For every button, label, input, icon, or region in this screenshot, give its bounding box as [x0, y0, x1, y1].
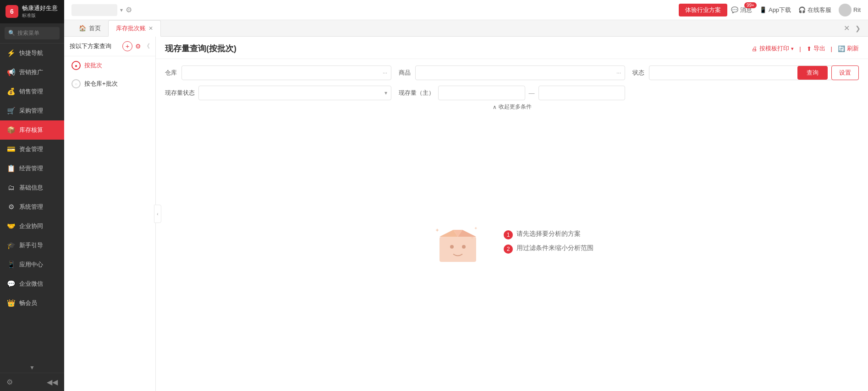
- user-area[interactable]: Rit: [839, 4, 861, 16]
- scheme-batch-label: 按批次: [84, 61, 102, 70]
- sidebar-item-label: 基础信息: [19, 184, 43, 192]
- add-scheme-button[interactable]: +: [122, 41, 132, 51]
- collapse-label: 收起更多条件: [499, 103, 532, 111]
- sidebar-search-input[interactable]: 🔍 搜索菜单: [5, 27, 60, 39]
- stock-qty-from[interactable]: [442, 90, 521, 97]
- sidebar-item-wechat[interactable]: 💬 企业微信: [0, 274, 64, 293]
- goods-label: 商品: [399, 69, 415, 77]
- home-icon: 🏠: [79, 25, 86, 32]
- tab-close-icon[interactable]: ✕: [148, 25, 153, 32]
- app-download-label: App下载: [769, 6, 791, 14]
- tab-expand-icon[interactable]: ❯: [855, 25, 861, 32]
- goods-input[interactable]: [419, 70, 616, 76]
- collapse-panel-icon[interactable]: 《: [144, 42, 150, 50]
- goods-more-icon[interactable]: ···: [616, 70, 621, 76]
- topbar-gear-icon[interactable]: ⚙: [126, 5, 132, 14]
- filter-warehouse: 仓库 ···: [165, 65, 391, 80]
- sidebar-item-label: 新手引导: [19, 241, 43, 250]
- sidebar-item-newbie[interactable]: 🎓 新手引导: [0, 236, 64, 255]
- app-download-item[interactable]: 📱 App下载: [759, 6, 791, 14]
- tab-home-label: 首页: [89, 24, 101, 33]
- sidebar-item-appstore[interactable]: 📱 应用中心: [0, 255, 64, 274]
- refresh-label: 刷新: [847, 44, 859, 53]
- empty-svg: ✦ ✦ ✧: [430, 214, 485, 269]
- sidebar-item-member[interactable]: 👑 畅会员: [0, 293, 64, 313]
- filter-stock-qty: 现存量（主） —: [399, 86, 625, 100]
- sidebar-item-label: 经营管理: [19, 164, 43, 173]
- topbar-right: 💬 消息 99+ 📱 App下载 🎧 在线客服 Rit: [731, 4, 861, 16]
- svg-point-2: [462, 245, 466, 249]
- tip-text-2: 用过滤条件来缩小分析范围: [516, 244, 593, 252]
- query-button[interactable]: 查询: [797, 66, 828, 80]
- app-name: 畅康通好生意: [22, 5, 58, 12]
- filter-row-2: 现存量状态 ▾ 现存量（主） —: [165, 86, 859, 100]
- sidebar-item-basic[interactable]: 🗂 基础信息: [0, 178, 64, 197]
- main-area: ▾ ⚙ 体验行业方案 💬 消息 99+ 📱 App下载 🎧 在线客服 Rit: [64, 0, 868, 391]
- stock-status-select[interactable]: ▾: [198, 86, 391, 100]
- sidebar-item-label: 畅会员: [19, 299, 37, 307]
- action-bar: 查询 设置: [797, 65, 859, 80]
- sidebar-item-label: 企业微信: [19, 280, 43, 288]
- content-wrapper: 按以下方案查询 + ⚙ 《 ● 按批次 ○ 按仓库+批次 ‹: [64, 37, 868, 391]
- stock-qty-from-input[interactable]: [438, 86, 525, 100]
- collapse-more-button[interactable]: ∧ 收起更多条件: [165, 100, 859, 114]
- messages-badge: 99+: [744, 2, 757, 8]
- empty-state: ✦ ✦ ✧ 1 请先选择要分析的方案 2 用过滤条件来缩小分析范围: [156, 120, 868, 391]
- stock-qty-label: 现存量（主）: [399, 89, 434, 97]
- scheme-item-warehouse-batch[interactable]: ○ 按仓库+批次: [64, 75, 155, 93]
- sidebar-footer: ⚙ ◀◀: [0, 373, 64, 391]
- trial-button[interactable]: 体验行业方案: [679, 4, 727, 16]
- sidebar-search-area[interactable]: 🔍 搜索菜单: [0, 23, 64, 43]
- tab-close-all-icon[interactable]: ✕: [844, 24, 850, 33]
- sidebar-item-label: 系统管理: [19, 203, 43, 211]
- settings-icon[interactable]: ⚙: [6, 378, 13, 386]
- messages-item[interactable]: 💬 消息 99+: [731, 6, 752, 14]
- sidebar-item-inventory[interactable]: 📦 库存核算: [0, 120, 64, 140]
- sidebar-item-finance[interactable]: 💳 资金管理: [0, 140, 64, 159]
- scheme-gear-icon[interactable]: ⚙: [135, 41, 141, 51]
- sidebar-scroll-down[interactable]: ▼: [0, 363, 64, 373]
- filter-area: 仓库 ··· 商品 ··· 状态: [156, 59, 868, 120]
- sidebar-item-marketing[interactable]: 📢 营销推广: [0, 63, 64, 82]
- sidebar-item-sales[interactable]: 💰 销售管理: [0, 82, 64, 101]
- enterprise-icon: 🤝: [6, 222, 16, 230]
- tip-text-1: 请先选择要分析的方案: [516, 230, 581, 238]
- marketing-icon: 📢: [6, 68, 16, 76]
- tab-inventory-batch[interactable]: 库存批次账 ✕: [108, 20, 161, 37]
- breadcrumb-input: [71, 4, 117, 16]
- sidebar-item-purchase[interactable]: 🛒 采购管理: [0, 101, 64, 120]
- goods-input-wrapper[interactable]: ···: [415, 65, 625, 80]
- sidebar-item-system[interactable]: ⚙ 系统管理: [0, 197, 64, 217]
- export-action[interactable]: ⬆ 导出: [807, 44, 825, 53]
- search-placeholder: 搜索菜单: [17, 29, 39, 37]
- print-icon: 🖨: [752, 45, 758, 52]
- refresh-action[interactable]: 🔄 刷新: [838, 44, 859, 53]
- purchase-icon: 🛒: [6, 107, 16, 115]
- sidebar-item-quick-nav[interactable]: ⚡ 快捷导航: [0, 43, 64, 63]
- online-service-item[interactable]: 🎧 在线客服: [798, 6, 831, 14]
- online-service-label: 在线客服: [808, 6, 831, 14]
- warehouse-more-icon[interactable]: ···: [383, 70, 387, 76]
- username-label: Rit: [853, 6, 861, 13]
- divider-1: |: [799, 45, 801, 52]
- tab-active-label: 库存批次账: [116, 24, 146, 33]
- print-chevron-icon[interactable]: ▾: [791, 46, 794, 52]
- settings-button[interactable]: 设置: [831, 65, 859, 80]
- warehouse-input-wrapper[interactable]: ···: [181, 65, 391, 80]
- print-action[interactable]: 🖨 按模板打印 ▾: [752, 44, 794, 53]
- sidebar-item-operations[interactable]: 📋 经营管理: [0, 159, 64, 178]
- stock-qty-to-input[interactable]: [538, 86, 626, 100]
- sidebar-item-enterprise[interactable]: 🤝 企业协同: [0, 217, 64, 236]
- collapse-icon: ∧: [493, 104, 497, 110]
- breadcrumb-chevron-icon[interactable]: ▾: [120, 7, 123, 13]
- sidebar-item-label: 采购管理: [19, 107, 43, 115]
- scheme-warehouse-batch-label: 按仓库+批次: [84, 80, 118, 88]
- stock-qty-to[interactable]: [543, 90, 621, 97]
- sidebar-item-label: 营销推广: [19, 68, 43, 76]
- collapse-sidebar-icon[interactable]: ◀◀: [47, 378, 58, 386]
- phone-icon: 📱: [759, 6, 767, 13]
- warehouse-input[interactable]: [186, 70, 383, 76]
- tab-home[interactable]: 🏠 首页: [71, 21, 108, 36]
- panel-collapse-button[interactable]: ‹: [154, 205, 161, 223]
- scheme-item-batch[interactable]: ● 按批次: [64, 56, 155, 75]
